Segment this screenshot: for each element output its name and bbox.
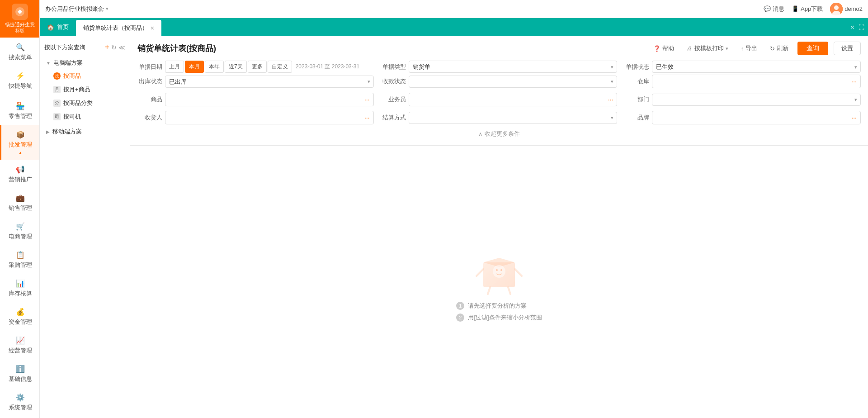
svg-line-9 [508,287,510,294]
tree-item-by-category[interactable]: 分 按商品分类 [40,96,130,110]
date-btn-custom[interactable]: 自定义 [268,61,292,73]
sidebar-item-system[interactable]: ⚙️ 系统管理 [0,388,40,416]
collapse-panel-btn[interactable]: ≪ [118,44,125,51]
date-btn-more[interactable]: 更多 [248,61,267,73]
brand-input[interactable]: ··· [652,111,861,124]
page-title-bar: 销货单统计表(按商品) ❓ 帮助 🖨 按模板打印 ▾ ↑ [137,42,861,55]
salesman-input[interactable]: ··· [409,93,618,106]
svg-line-8 [488,287,490,294]
panel-title: 按以下方案查询 [44,43,85,52]
brand-dots-icon[interactable]: ··· [851,114,857,121]
filter-date: 单据日期 上月 本月 本年 近7天 更多 自定义 2023-03-01 至 20… [137,61,374,73]
message-btn[interactable]: 💬 消息 [764,5,784,13]
sidebar-item-basic[interactable]: ℹ️ 基础信息 [0,359,40,388]
payment-select[interactable] [409,112,618,124]
tab-close-icon[interactable]: × [151,25,154,31]
doc-type-select[interactable]: 销货单 [409,61,618,73]
date-btn-this-month[interactable]: 本月 [185,61,204,73]
filter-receipt-status: 收款状态 [381,75,618,88]
date-btn-last-month[interactable]: 上月 [165,61,184,73]
product-dots-icon[interactable]: ··· [364,96,370,103]
refresh-scheme-btn[interactable]: ↻ [111,44,117,51]
receiver-dots-icon[interactable]: ··· [364,114,370,121]
svg-line-11 [515,269,522,276]
sidebar-logo[interactable]: 畅捷通好生意 标版 [0,0,40,38]
tree-item-by-driver[interactable]: 司 按司机 [40,110,130,124]
tree-icon-month: 月 [53,86,61,93]
sidebar-item-search[interactable]: 🔍 搜索菜单 [0,38,40,66]
app-download-btn[interactable]: 📱 App下载 [792,5,823,13]
salesman-dots-icon[interactable]: ··· [608,96,613,103]
tree-item-by-month-product[interactable]: 月 按月+商品 [40,83,130,96]
doc-type-label: 单据类型 [381,63,406,71]
svg-line-10 [476,269,483,276]
export-icon: ↑ [741,45,744,52]
user-avatar [830,3,843,15]
collapse-btn[interactable]: ∧ 收起更多条件 [137,128,861,140]
tab-home-label: 首页 [57,23,69,31]
receipt-status-select[interactable] [409,76,618,88]
industry-selector[interactable]: 办公用品行业模拟账套 ▾ [45,5,108,13]
message-label: 消息 [773,5,784,13]
logo-text: 畅捷通好生意 [5,21,35,28]
help-btn[interactable]: ❓ 帮助 [650,43,678,54]
doc-status-select[interactable]: 已生效 [652,61,861,73]
topbar-right: 💬 消息 📱 App下载 demo2 [764,3,863,15]
sidebar-item-finance[interactable]: 💰 资金管理 [0,302,40,331]
sidebar-ecommerce-label: 电商管理 [9,233,32,241]
settings-btn[interactable]: 设置 [834,42,861,55]
tree-collapse-icon: ▶ [46,129,50,134]
page-title: 销货单统计表(按商品) [137,43,216,54]
window-maximize-icon[interactable]: ⛶ [859,24,864,31]
active-dot-icon: 按 [53,72,61,80]
sidebar-item-operations[interactable]: 📈 经营管理 [0,331,40,359]
product-input[interactable]: ··· [165,93,374,106]
tree-group-mobile-header[interactable]: ▶ 移动端方案 [40,125,130,138]
sidebar-item-sales[interactable]: 💼 销售管理 [0,188,40,217]
filter-doc-status: 单据状态 已生效 [624,61,861,73]
svg-point-2 [834,5,839,10]
filter-warehouse: 仓库 ··· [624,75,861,88]
tree-group-pc-header[interactable]: ▼ 电脑端方案 [40,57,130,69]
refresh-btn[interactable]: ↻ 刷新 [766,43,792,54]
warehouse-dots-icon[interactable]: ··· [851,78,857,85]
svg-point-7 [500,269,502,271]
sidebar-item-quicknav[interactable]: ⚡ 快捷导航 [0,66,40,95]
sidebar-item-enterprise[interactable]: 🤝 企业协同 [0,416,40,418]
doc-type-select-wrapper: 销货单 [409,61,618,73]
print-dropdown-icon: ▾ [726,46,728,52]
tree-icon-category: 分 [53,100,61,107]
receiver-input[interactable]: ··· [165,111,374,124]
system-icon: ⚙️ [15,392,25,402]
date-btn-7days[interactable]: 近7天 [225,61,247,73]
tree-group-mobile-label: 移动端方案 [52,128,82,136]
export-btn[interactable]: ↑ 导出 [737,43,761,54]
search-icon: 🔍 [15,42,25,52]
svg-point-5 [493,265,505,278]
content-area: 按以下方案查询 + ↻ ≪ ▼ 电脑端方案 按 按商品 月 [40,36,868,418]
sidebar-item-purchase[interactable]: 📋 采购管理 [0,245,40,274]
user-name: demo2 [844,5,863,12]
retail-icon: 🏪 [15,101,25,111]
warehouse-input[interactable]: ··· [652,75,861,88]
industry-dropdown-icon: ▾ [106,6,108,12]
sidebar-item-wholesale[interactable]: 📦 批发管理 ▲ [0,125,40,160]
user-menu[interactable]: demo2 [830,3,863,15]
operations-icon: 📈 [15,335,25,345]
add-scheme-btn[interactable]: + [104,43,109,52]
query-btn[interactable]: 查询 [797,42,828,55]
tab-home[interactable]: 🏠 首页 [40,18,76,36]
tab-stats[interactable]: 销货单统计表（按商品） × [76,20,161,36]
download-icon: 📱 [792,5,799,12]
dept-select[interactable] [652,94,861,106]
sidebar-item-inventory[interactable]: 📊 库存核算 [0,274,40,302]
template-print-btn[interactable]: 🖨 按模板打印 ▾ [683,43,732,54]
sidebar-item-ecommerce[interactable]: 🛒 电商管理 [0,217,40,245]
sidebar-item-marketing[interactable]: 📢 营销推广 [0,160,40,188]
logo-sub: 标版 [15,28,24,34]
date-btn-this-year[interactable]: 本年 [205,61,224,73]
tree-item-by-product[interactable]: 按 按商品 [40,69,130,83]
out-status-select[interactable]: 已出库 [165,76,374,88]
window-close-icon[interactable]: ✕ [850,24,855,31]
sidebar-item-retail[interactable]: 🏪 零售管理 [0,96,40,125]
